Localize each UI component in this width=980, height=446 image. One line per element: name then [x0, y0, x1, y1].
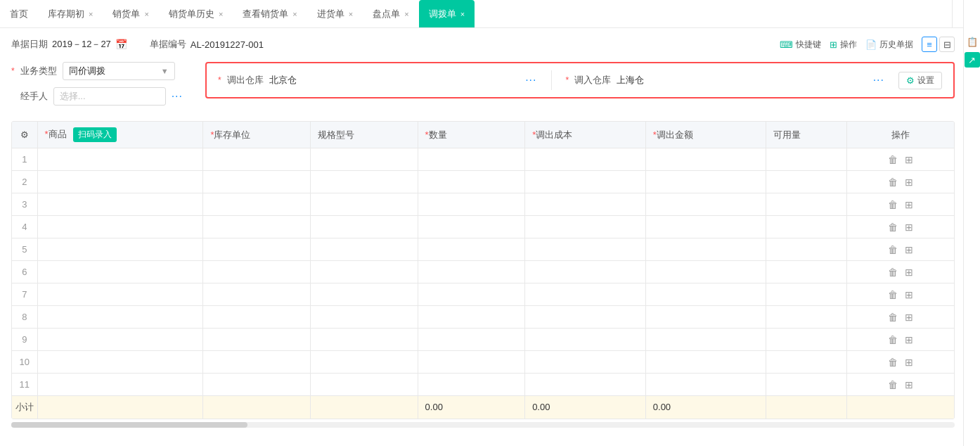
row-amount[interactable]: [645, 351, 766, 374]
row-spec[interactable]: [310, 351, 418, 374]
delete-icon[interactable]: 🗑: [888, 199, 898, 210]
row-unit[interactable]: [203, 374, 311, 396]
delete-icon[interactable]: 🗑: [888, 379, 898, 390]
row-product[interactable]: [37, 283, 203, 306]
settings-button[interactable]: ⚙ 设置: [898, 72, 942, 89]
operation-button[interactable]: ⊞ 操作: [830, 39, 857, 51]
layout-grid-icon[interactable]: ⊟: [939, 37, 955, 52]
row-product[interactable]: [37, 261, 203, 283]
tab-sales-history-close[interactable]: ×: [219, 10, 223, 18]
copy-icon[interactable]: ⊞: [905, 312, 913, 323]
row-product[interactable]: [37, 329, 203, 351]
row-amount[interactable]: [645, 171, 766, 193]
scrollbar-thumb[interactable]: [11, 422, 247, 428]
row-cost[interactable]: [525, 216, 646, 238]
row-cost[interactable]: [525, 329, 646, 351]
row-amount[interactable]: [645, 374, 766, 396]
delete-icon[interactable]: 🗑: [888, 244, 898, 255]
row-cost[interactable]: [525, 171, 646, 193]
tab-stocktake[interactable]: 盘点单 ×: [363, 0, 418, 28]
row-spec[interactable]: [310, 306, 418, 329]
row-unit[interactable]: [203, 148, 311, 171]
row-product[interactable]: [37, 374, 203, 396]
row-cost[interactable]: [525, 261, 646, 283]
shortcut-button[interactable]: ⌨ 快捷键: [780, 39, 821, 51]
row-unit[interactable]: [203, 306, 311, 329]
row-amount[interactable]: [645, 193, 766, 216]
row-spec[interactable]: [310, 261, 418, 283]
row-unit[interactable]: [203, 193, 311, 216]
row-unit[interactable]: [203, 238, 311, 261]
tab-inventory-init[interactable]: 库存期初 ×: [38, 0, 103, 28]
row-amount[interactable]: [645, 329, 766, 351]
row-spec[interactable]: [310, 283, 418, 306]
copy-icon[interactable]: ⊞: [905, 199, 913, 210]
tab-sales-close[interactable]: ×: [144, 10, 148, 18]
row-product[interactable]: [37, 171, 203, 193]
row-spec[interactable]: [310, 216, 418, 238]
date-value[interactable]: 2019－12－27: [52, 38, 111, 51]
delete-icon[interactable]: 🗑: [888, 289, 898, 300]
tab-view-sales[interactable]: 查看销货单 ×: [233, 0, 307, 28]
row-product[interactable]: [37, 193, 203, 216]
delete-icon[interactable]: 🗑: [888, 357, 898, 368]
tab-transfer-close[interactable]: ×: [460, 10, 465, 18]
row-qty[interactable]: [418, 374, 525, 396]
row-cost[interactable]: [525, 148, 646, 171]
row-spec[interactable]: [310, 374, 418, 396]
copy-icon[interactable]: ⊞: [905, 357, 913, 368]
operator-select[interactable]: 选择...: [53, 87, 166, 106]
business-type-select[interactable]: 同价调拨 ▼: [63, 62, 175, 80]
target-warehouse-dots[interactable]: ···: [873, 74, 884, 87]
tab-transfer[interactable]: 调拨单 ×: [419, 0, 475, 28]
row-spec[interactable]: [310, 148, 418, 171]
target-warehouse-value[interactable]: 上海仓: [617, 74, 644, 87]
row-qty[interactable]: [418, 306, 525, 329]
copy-icon[interactable]: ⊞: [905, 267, 913, 278]
copy-icon[interactable]: ⊞: [905, 222, 913, 233]
row-qty[interactable]: [418, 216, 525, 238]
tab-purchase[interactable]: 进货单 ×: [307, 0, 363, 28]
operator-dots[interactable]: ···: [172, 90, 183, 103]
row-unit[interactable]: [203, 329, 311, 351]
row-qty[interactable]: [418, 238, 525, 261]
tab-stocktake-close[interactable]: ×: [404, 10, 408, 18]
row-spec[interactable]: [310, 238, 418, 261]
row-cost[interactable]: [525, 238, 646, 261]
copy-icon[interactable]: ⊞: [905, 334, 913, 345]
row-amount[interactable]: [645, 283, 766, 306]
tab-view-sales-close[interactable]: ×: [292, 10, 297, 18]
row-unit[interactable]: [203, 261, 311, 283]
sidebar-export-icon[interactable]: ↗: [965, 52, 980, 68]
row-spec[interactable]: [310, 329, 418, 351]
row-product[interactable]: [37, 351, 203, 374]
tab-inventory-init-close[interactable]: ×: [89, 10, 93, 18]
copy-icon[interactable]: ⊞: [905, 379, 913, 390]
row-unit[interactable]: [203, 351, 311, 374]
sidebar-document-icon[interactable]: 📋: [965, 34, 980, 49]
delete-icon[interactable]: 🗑: [888, 267, 898, 278]
row-product[interactable]: [37, 148, 203, 171]
row-amount[interactable]: [645, 148, 766, 171]
layout-list-icon[interactable]: ≡: [922, 37, 937, 52]
row-qty[interactable]: [418, 329, 525, 351]
row-cost[interactable]: [525, 374, 646, 396]
scan-input-button[interactable]: 扫码录入: [73, 127, 117, 142]
delete-icon[interactable]: 🗑: [888, 222, 898, 233]
tab-purchase-close[interactable]: ×: [349, 10, 353, 18]
row-cost[interactable]: [525, 306, 646, 329]
calendar-icon[interactable]: 📅: [115, 39, 127, 50]
row-qty[interactable]: [418, 351, 525, 374]
copy-icon[interactable]: ⊞: [905, 154, 913, 165]
row-product[interactable]: [37, 306, 203, 329]
tab-home[interactable]: 首页: [0, 0, 38, 28]
row-cost[interactable]: [525, 351, 646, 374]
delete-icon[interactable]: 🗑: [888, 334, 898, 345]
row-qty[interactable]: [418, 148, 525, 171]
row-unit[interactable]: [203, 216, 311, 238]
scrollbar[interactable]: [11, 422, 955, 428]
row-qty[interactable]: [418, 171, 525, 193]
row-product[interactable]: [37, 216, 203, 238]
row-amount[interactable]: [645, 306, 766, 329]
col-gear[interactable]: ⚙: [12, 122, 37, 148]
